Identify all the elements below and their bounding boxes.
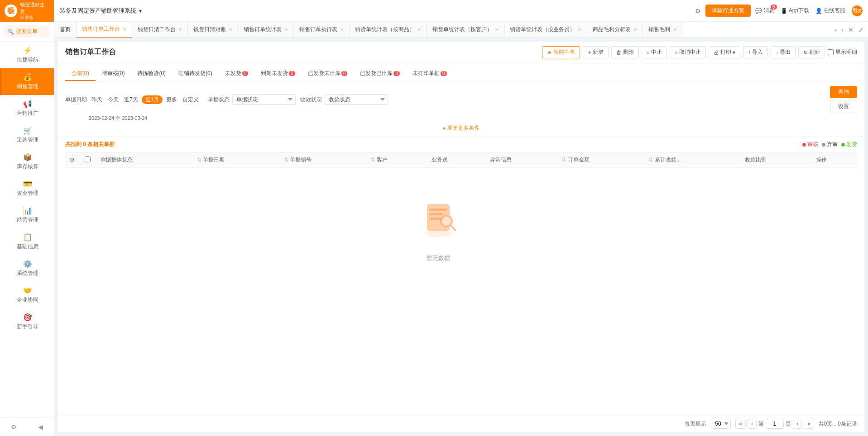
filter-settings-button[interactable]: 设置	[830, 100, 857, 113]
sub-tab-shipped-out[interactable]: 已发货已出库0	[354, 67, 406, 81]
tab-cash-daily[interactable]: 钱货日清工作台 ✕	[132, 22, 188, 38]
purchase-icon: 🛒	[23, 126, 32, 135]
page-title: 销售订单工作台	[65, 47, 542, 57]
page-size-select[interactable]: 50	[711, 419, 731, 429]
date-opt-yesterday[interactable]: 昨天	[90, 95, 104, 104]
cancel-stop-button[interactable]: ○ 取消中止	[670, 46, 706, 58]
tabs-scroll-prev[interactable]: ‹	[833, 25, 839, 34]
show-detail-label[interactable]: 显示明细	[828, 48, 857, 56]
payment-select[interactable]: 收款状态	[325, 94, 388, 105]
tab-gross-margin[interactable]: 商品毛利分析表 ✕	[587, 22, 643, 38]
date-opt-more[interactable]: 更多	[164, 95, 179, 104]
collapse-button[interactable]: ◀	[36, 422, 45, 432]
export-icon: ↓	[776, 49, 778, 56]
sub-tab-shipped-not-out[interactable]: 已发货未出库0	[302, 67, 354, 81]
query-button[interactable]: 查询	[830, 86, 857, 98]
sort-number-icon: ⇅	[284, 156, 288, 163]
sub-tab-not-shipped[interactable]: 未发货0	[219, 67, 255, 81]
tab-close-cash-daily[interactable]: ✕	[178, 27, 182, 32]
tabs-scroll-next[interactable]: ›	[839, 25, 845, 34]
tab-close-sales-by-customer[interactable]: ✕	[495, 27, 499, 32]
tab-sales-by-customer[interactable]: 销货单统计表（按客户） ✕	[427, 22, 504, 38]
show-detail-checkbox[interactable]	[828, 49, 834, 55]
date-opt-custom[interactable]: 自定义	[181, 95, 201, 104]
smart-create-button[interactable]: ★ 智能生单	[542, 46, 580, 58]
sidebar-item-finance[interactable]: 💳 资金管理	[0, 175, 54, 202]
sidebar-item-enterprise[interactable]: 🤝 企业协同	[0, 282, 54, 308]
tab-close-sales-exec[interactable]: ✕	[340, 27, 344, 32]
col-exception-header: 异常信息	[485, 152, 556, 168]
sub-tab-pending-review[interactable]: 待审核(0)	[96, 67, 131, 81]
sidebar-item-sales[interactable]: 💰 销售管理	[0, 68, 54, 95]
next-page-button[interactable]: ›	[793, 419, 802, 429]
select-all-checkbox[interactable]	[85, 156, 91, 162]
sidebar-item-marketing[interactable]: 📢 营销推广	[0, 95, 54, 122]
tab-sales-by-product[interactable]: 销货单统计表（按商品） ✕	[350, 22, 427, 38]
sub-tab-all[interactable]: 全部(0)	[65, 67, 96, 81]
status-select[interactable]: 单据状态	[232, 94, 296, 105]
system-dropdown-button[interactable]: ▾	[139, 8, 142, 14]
col-status-header: 单据整体状态	[96, 152, 192, 168]
enterprise-icon: 🤝	[23, 286, 32, 295]
date-opt-1month[interactable]: 近1月	[142, 95, 163, 104]
tabs-restore[interactable]: ⤢	[856, 25, 865, 34]
main-area: 装备及固定资产辅助管理系统 ▾ ⚙ 体验行业方案 💬 消息 6 📱 App下载 …	[54, 0, 868, 436]
ship-action-button[interactable]: 发货	[841, 141, 857, 148]
online-service-button[interactable]: 👤 在线客服	[815, 7, 845, 14]
stop-button[interactable]: ○ 中止	[642, 46, 667, 58]
user-menu-button[interactable]: 用友	[852, 5, 863, 16]
tab-close-sales-profit[interactable]: ✕	[673, 27, 676, 32]
page-input[interactable]	[766, 419, 784, 429]
tab-sales-by-staff[interactable]: 销货单统计表（按业务员） ✕	[504, 22, 587, 38]
message-button[interactable]: 💬 消息 6	[755, 7, 774, 14]
sub-tab-wangpu-ship[interactable]: 旺铺待发货(0)	[172, 67, 219, 81]
sort-amount-icon: ⇅	[561, 156, 566, 163]
import-button[interactable]: ↑ 导入	[743, 46, 768, 58]
settings-button[interactable]: ⚙	[9, 422, 19, 432]
sidebar-item-system[interactable]: ⚙️ 系统管理	[0, 255, 54, 282]
settings-gear-button[interactable]: ⚙	[695, 7, 701, 14]
cancel-review-action-button[interactable]: 弃审	[822, 141, 838, 148]
empty-state: 暂无数据	[65, 168, 811, 289]
tab-cash-account[interactable]: 钱货日清对账 ✕	[188, 22, 238, 38]
tab-sales-stats[interactable]: 销售订单统计表 ✕	[238, 22, 294, 38]
tab-close-sales-by-staff[interactable]: ✕	[578, 27, 581, 32]
tab-sales-profit[interactable]: 销售毛利 ✕	[643, 22, 682, 38]
sub-tab-pending-check[interactable]: 待拣验货(0)	[131, 67, 172, 81]
print-button[interactable]: 🖨 打印 ▾	[709, 46, 740, 58]
prev-page-button[interactable]: ‹	[748, 419, 757, 429]
expand-conditions-button[interactable]: ▾ 展开更多条件	[443, 124, 480, 132]
tab-close-sales-by-product[interactable]: ✕	[417, 27, 421, 32]
app-download-button[interactable]: 📱 App下载	[781, 7, 809, 14]
refresh-button[interactable]: ↻ 刷新	[798, 46, 825, 58]
sidebar-item-basic[interactable]: 📋 基础信息	[0, 228, 54, 255]
sidebar-item-operations[interactable]: 📊 经营管理	[0, 202, 54, 228]
sidebar-item-guide[interactable]: 🎯 新手引导	[0, 308, 54, 335]
delete-button[interactable]: 🗑 删除	[611, 46, 639, 58]
last-page-button[interactable]: »	[804, 419, 814, 429]
tabs-bar: 首页 销售订单工作台 ✕ 钱货日清工作台 ✕ 钱货日清对账 ✕ 销售订单统计表 …	[54, 22, 868, 38]
sidebar-item-purchase[interactable]: 🛒 采购管理	[0, 122, 54, 148]
sidebar-item-quick-nav[interactable]: ⚡ 快捷导航	[0, 42, 54, 68]
sub-tab-expired-not-shipped[interactable]: 到期未发货0	[254, 67, 302, 81]
tab-close-cash-account[interactable]: ✕	[229, 27, 232, 32]
total-info: 共0页，0条记录	[819, 420, 857, 428]
date-opt-7days[interactable]: 近7天	[122, 95, 140, 104]
tab-sales-order[interactable]: 销售订单工作台 ✕	[77, 22, 132, 38]
sub-tab-not-printed[interactable]: 未打印单据0	[406, 67, 453, 81]
sidebar-item-inventory[interactable]: 📦 库存核算	[0, 148, 54, 175]
tab-close-sales-stats[interactable]: ✕	[284, 27, 288, 32]
tabs-close-all[interactable]: ✕	[846, 25, 855, 34]
add-button[interactable]: + 新增	[583, 46, 608, 58]
solution-button[interactable]: 体验行业方案	[705, 5, 751, 17]
search-menu-button[interactable]: 🔍 搜索菜单	[4, 25, 50, 38]
review-action-button[interactable]: 审核	[802, 141, 818, 148]
tab-sales-exec[interactable]: 销售订单执行表 ✕	[294, 22, 350, 38]
date-opt-today[interactable]: 今天	[106, 95, 120, 104]
export-button[interactable]: ↓ 导出	[771, 46, 796, 58]
payment-filter: 收款状态 收款状态	[300, 94, 388, 105]
tab-close-sales-order[interactable]: ✕	[123, 27, 126, 32]
tab-close-gross-margin[interactable]: ✕	[633, 27, 637, 32]
first-page-button[interactable]: «	[735, 419, 746, 429]
tab-home[interactable]: 首页	[54, 22, 77, 38]
